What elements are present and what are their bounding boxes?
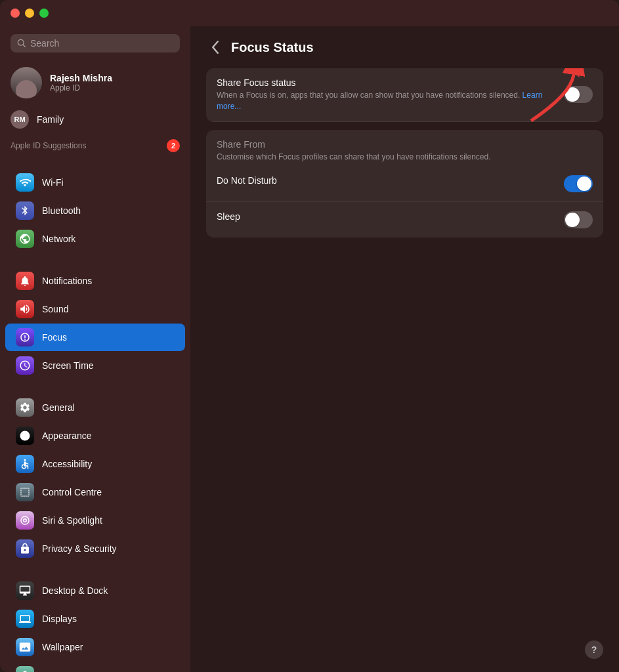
focus-icon <box>16 328 34 346</box>
general-label: General <box>42 402 75 413</box>
wifi-icon <box>16 173 34 192</box>
general-icon <box>16 398 34 417</box>
minimize-button[interactable] <box>25 9 34 18</box>
share-focus-status-toggle[interactable] <box>564 86 593 103</box>
do-not-disturb-label: Do Not Disturb <box>217 175 553 186</box>
notifications-label: Notifications <box>42 276 92 286</box>
sidebar-item-appearance[interactable]: Appearance <box>5 422 185 450</box>
privacy-icon <box>16 539 34 558</box>
sidebar-item-focus[interactable]: Focus <box>5 324 185 351</box>
displays-label: Displays <box>42 614 77 624</box>
sound-label: Sound <box>42 304 68 314</box>
help-button[interactable]: ? <box>585 640 603 659</box>
do-not-disturb-toggle[interactable] <box>564 175 593 192</box>
wifi-label: Wi-Fi <box>42 177 64 188</box>
sleep-content: Sleep <box>217 211 553 224</box>
desktop-label: Desktop & Dock <box>42 585 108 596</box>
screentime-icon <box>16 356 34 375</box>
sidebar-item-screentime[interactable]: Screen Time <box>5 352 185 379</box>
bluetooth-label: Bluetooth <box>42 205 81 216</box>
network-icon <box>16 230 34 248</box>
sidebar-item-screensaver[interactable]: Screen Saver <box>5 662 185 672</box>
suggestions-row: Apple ID Suggestions 2 <box>0 134 190 155</box>
sidebar-item-sound[interactable]: Sound <box>5 295 185 323</box>
wallpaper-icon <box>16 638 34 656</box>
displays-icon <box>16 610 34 628</box>
main-layout: Rajesh Mishra Apple ID RM Family Apple I… <box>0 26 619 672</box>
share-focus-status-content: Share Focus status When a Focus is on, a… <box>217 77 553 112</box>
suggestions-badge: 2 <box>167 139 180 152</box>
share-from-card: Share From Customise which Focus profile… <box>206 130 603 238</box>
sidebar-item-privacy[interactable]: Privacy & Security <box>5 535 185 562</box>
sidebar-item-desktop[interactable]: Desktop & Dock <box>5 577 185 604</box>
share-focus-status-title: Share Focus status <box>217 77 553 88</box>
siri-label: Siri & Spotlight <box>42 515 102 526</box>
svg-line-1 <box>23 45 25 47</box>
sidebar-item-bluetooth[interactable]: Bluetooth <box>5 197 185 224</box>
family-avatar: RM <box>11 110 29 129</box>
sidebar-item-notifications[interactable]: Notifications <box>5 267 185 295</box>
search-icon <box>17 39 26 48</box>
svg-point-3 <box>24 459 26 461</box>
toggle-knob-dnd <box>577 177 591 191</box>
user-profile[interactable]: Rajesh Mishra Apple ID <box>0 60 190 105</box>
sidebar-item-wallpaper[interactable]: Wallpaper <box>5 633 185 661</box>
sidebar-item-siri[interactable]: Siri & Spotlight <box>5 507 185 534</box>
focus-label: Focus <box>42 332 67 343</box>
maximize-button[interactable] <box>39 9 49 18</box>
accessibility-label: Accessibility <box>42 459 92 469</box>
back-button[interactable] <box>206 39 224 55</box>
controlcentre-icon <box>16 483 34 501</box>
user-subtitle: Apple ID <box>50 83 112 93</box>
sleep-row: Sleep <box>206 202 603 238</box>
share-focus-status-card: Share Focus status When a Focus is on, a… <box>206 68 603 122</box>
bluetooth-icon <box>16 201 34 220</box>
search-input[interactable] <box>30 38 173 49</box>
network-label: Network <box>42 234 75 244</box>
sidebar-item-wifi[interactable]: Wi-Fi <box>5 169 185 196</box>
close-button[interactable] <box>11 9 20 18</box>
title-bar <box>0 0 619 26</box>
siri-icon <box>16 511 34 530</box>
traffic-lights <box>11 9 49 18</box>
share-focus-status-toggle-container <box>564 86 593 103</box>
sidebar-section-connectivity: Wi-Fi Bluetooth Network <box>0 168 190 253</box>
sleep-toggle[interactable] <box>564 211 593 228</box>
share-from-title: Share From <box>217 139 593 150</box>
search-bar[interactable] <box>11 34 180 52</box>
screensaver-icon <box>16 666 34 672</box>
sound-icon <box>16 300 34 318</box>
sidebar-section-preferences: General Appearance Accessibility <box>0 393 190 563</box>
appearance-icon <box>16 427 34 445</box>
sidebar-item-controlcentre[interactable]: Control Centre <box>5 478 185 506</box>
appearance-label: Appearance <box>42 430 92 441</box>
screentime-label: Screen Time <box>42 360 94 371</box>
user-info: Rajesh Mishra Apple ID <box>50 73 112 93</box>
accessibility-icon <box>16 455 34 473</box>
do-not-disturb-toggle-container <box>564 175 593 192</box>
main-window: Rajesh Mishra Apple ID RM Family Apple I… <box>0 0 619 672</box>
sidebar-item-displays[interactable]: Displays <box>5 605 185 633</box>
sidebar-item-general[interactable]: General <box>5 394 185 421</box>
sidebar-item-family[interactable]: RM Family <box>0 105 190 134</box>
notifications-icon <box>16 272 34 290</box>
suggestions-label: Apple ID Suggestions <box>11 141 86 150</box>
controlcentre-label: Control Centre <box>42 487 102 497</box>
share-focus-status-desc: When a Focus is on, apps that you allow … <box>217 90 553 112</box>
do-not-disturb-content: Do Not Disturb <box>217 175 553 188</box>
avatar <box>11 67 42 98</box>
sleep-toggle-container <box>564 211 593 228</box>
sidebar-item-network[interactable]: Network <box>5 225 185 253</box>
share-from-desc: Customise which Focus profiles can share… <box>217 152 578 163</box>
toggle-knob <box>565 87 580 102</box>
family-label: Family <box>37 114 64 125</box>
page-title: Focus Status <box>231 40 314 55</box>
sidebar-item-accessibility[interactable]: Accessibility <box>5 450 185 478</box>
svg-point-2 <box>20 431 30 441</box>
desktop-icon <box>16 581 34 600</box>
wallpaper-label: Wallpaper <box>42 642 83 652</box>
privacy-label: Privacy & Security <box>42 543 117 554</box>
content-area: Focus Status Share Focus status When a F… <box>190 26 619 672</box>
sidebar-section-display: Desktop & Dock Displays Wallpaper <box>0 576 190 672</box>
sleep-label: Sleep <box>217 211 553 222</box>
